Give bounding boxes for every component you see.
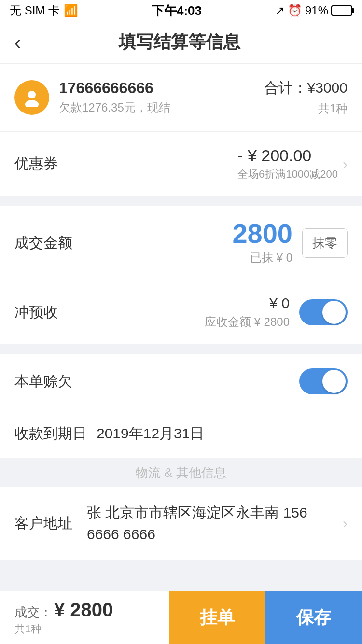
due-date-label: 收款到期日 — [14, 424, 87, 444]
logistics-label: 物流 & 其他信息 — [136, 464, 226, 481]
debt-row: 本单赊欠 — [0, 354, 362, 409]
advance-amount-wrap: ¥ 0 应收金额 ¥ 2800 — [205, 295, 290, 330]
bottom-info: 成交： ¥ 2800 共1种 — [0, 599, 169, 636]
status-bar: 无 SIM 卡 📶 下午4:03 ↗ ⏰ 91% — [0, 0, 362, 21]
deal-amount-label: 成交金额 — [14, 233, 72, 253]
total-amount: 合计：¥3000 — [264, 78, 348, 98]
customer-card: 17666666666 欠款1276.35元，现结 合计：¥3000 共1种 — [0, 64, 362, 131]
customer-left: 17666666666 欠款1276.35元，现结 — [14, 79, 170, 115]
time-display: 下午4:03 — [152, 2, 202, 19]
svg-point-1 — [25, 100, 39, 107]
deal-amount-wrap: 2800 已抹 ¥ 0 — [232, 220, 292, 266]
debt-toggle[interactable] — [299, 368, 348, 394]
toggle-knob — [322, 301, 346, 324]
due-date-value: 2019年12月31日 — [97, 424, 204, 444]
bottom-count: 共1种 — [14, 622, 154, 636]
svg-point-0 — [28, 91, 36, 98]
total-count: 共1种 — [264, 101, 348, 116]
chevron-right-icon: › — [343, 156, 348, 172]
bottom-amount: ¥ 2800 — [54, 599, 113, 621]
customer-info: 17666666666 欠款1276.35元，现结 — [59, 79, 170, 115]
battery-percent: 91% — [305, 4, 328, 17]
section-divider-2 — [0, 344, 362, 354]
advance-toggle[interactable] — [299, 299, 348, 325]
alarm-icon: ⏰ — [288, 4, 302, 17]
nav-bar: ‹ 填写结算等信息 — [0, 21, 362, 64]
deal-amount-row: 成交金额 2800 已抹 ¥ 0 抹零 — [0, 206, 362, 280]
back-button[interactable]: ‹ — [14, 33, 21, 52]
wipe-zero-button[interactable]: 抹零 — [302, 228, 348, 258]
address-label: 客户地址 — [14, 514, 72, 533]
advance-row: 冲预收 ¥ 0 应收金额 ¥ 2800 — [0, 280, 362, 344]
bottom-deal-label: 成交： — [14, 604, 52, 621]
address-content: 张 北京市市辖区海淀区永丰南 156 6666 6666 — [87, 502, 343, 545]
customer-debt: 欠款1276.35元，现结 — [59, 100, 170, 115]
customer-right: 合计：¥3000 共1种 — [264, 78, 348, 116]
advance-amount: ¥ 0 — [205, 295, 290, 311]
wifi-icon: 📶 — [64, 4, 78, 17]
logistics-divider: 物流 & 其他信息 — [0, 458, 362, 487]
deal-right: 2800 已抹 ¥ 0 抹零 — [232, 220, 348, 266]
coupon-info: - ¥ 200.00 全场6折满1000减200 — [237, 146, 338, 182]
status-right: ↗ ⏰ 91% — [275, 4, 352, 17]
coupon-amount: - ¥ 200.00 — [237, 146, 338, 165]
logistics-line-left — [10, 473, 126, 473]
deal-wiped: 已抹 ¥ 0 — [232, 250, 292, 266]
address-row[interactable]: 客户地址 张 北京市市辖区海淀区永丰南 156 6666 6666 › — [0, 487, 362, 560]
advance-receivable: 应收金额 ¥ 2800 — [205, 314, 290, 330]
avatar — [14, 80, 49, 115]
debt-label: 本单赊欠 — [14, 372, 72, 392]
location-icon: ↗ — [275, 4, 285, 17]
coupon-right: - ¥ 200.00 全场6折满1000减200 › — [237, 146, 348, 182]
battery-icon — [331, 5, 352, 16]
save-button[interactable]: 保存 — [265, 591, 362, 644]
status-left: 无 SIM 卡 📶 — [10, 3, 78, 18]
due-date-row: 收款到期日 2019年12月31日 — [0, 409, 362, 458]
bottom-bar: 成交： ¥ 2800 共1种 挂单 保存 — [0, 591, 362, 644]
bottom-deal-line: 成交： ¥ 2800 — [14, 599, 154, 621]
coupon-desc: 全场6折满1000减200 — [237, 167, 338, 182]
coupon-label: 优惠券 — [14, 154, 58, 174]
debt-section: 本单赊欠 收款到期日 2019年12月31日 — [0, 354, 362, 458]
deal-amount-value: 2800 — [232, 220, 292, 247]
debt-toggle-knob — [322, 370, 346, 393]
hang-button[interactable]: 挂单 — [169, 591, 265, 644]
customer-phone: 17666666666 — [59, 79, 170, 97]
page-title: 填写结算等信息 — [30, 30, 328, 54]
advance-right: ¥ 0 应收金额 ¥ 2800 — [205, 295, 348, 330]
logistics-line-right — [236, 473, 352, 473]
form-section: 成交金额 2800 已抹 ¥ 0 抹零 冲预收 ¥ 0 应收金额 ¥ 2800 — [0, 206, 362, 344]
address-chevron-icon: › — [343, 515, 348, 532]
advance-label: 冲预收 — [14, 303, 58, 322]
carrier-text: 无 SIM 卡 — [10, 3, 60, 18]
coupon-row[interactable]: 优惠券 - ¥ 200.00 全场6折满1000减200 › — [0, 132, 362, 196]
section-divider-1 — [0, 196, 362, 206]
main-content: 17666666666 欠款1276.35元，现结 合计：¥3000 共1种 优… — [0, 64, 362, 644]
